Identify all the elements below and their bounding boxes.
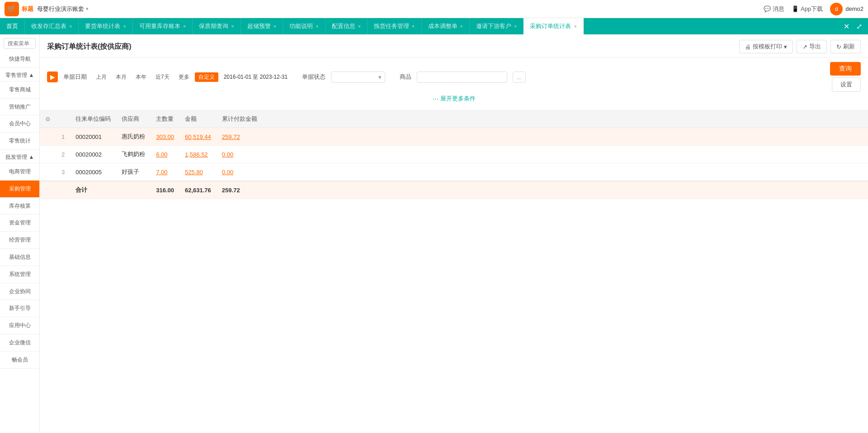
close-icon[interactable]: × — [358, 24, 361, 29]
th-settings[interactable]: ⚙ — [40, 110, 56, 128]
footer-empty2 — [56, 181, 70, 199]
sidebar-item-retail[interactable]: 零售管理 ▲ — [0, 68, 39, 81]
close-icon[interactable]: × — [231, 24, 234, 29]
sidebar-item-finance[interactable]: 资金管理 — [0, 214, 39, 232]
refresh-button[interactable]: ↻ 刷新 — [830, 40, 861, 53]
export-button[interactable]: ↗ 导出 — [797, 40, 827, 53]
amount-link[interactable]: 525.80 — [185, 169, 203, 176]
tab-baozhiqi[interactable]: 保质期查询 × — [193, 18, 241, 34]
page-title: 采购订单统计表(按供应商) — [47, 42, 132, 52]
tab-yaoqing[interactable]: 邀请下游客户 × — [470, 18, 524, 34]
qty-link[interactable]: 303.00 — [156, 133, 174, 140]
settings-button[interactable]: 设置 — [832, 77, 861, 92]
date-shortcut-thismonth[interactable]: 本月 — [112, 72, 130, 82]
tab-yaohuo[interactable]: 要货单统计表 × — [79, 18, 132, 34]
sidebar-item-membership[interactable]: 会员中心 — [0, 115, 39, 133]
sidebar-item-system[interactable]: 系统管理 — [0, 266, 39, 283]
expand-tab-btn[interactable]: ⤢ — [854, 21, 864, 32]
sidebar-item-wechat[interactable]: 企业微信 — [0, 334, 39, 352]
date-shortcut-7days[interactable]: 近7天 — [152, 72, 173, 82]
search-input[interactable] — [4, 38, 36, 49]
top-bar: 🛒 标题 母婴行业演示账套 ▾ 💬 消息 📱 App下载 d demo2 — [0, 0, 868, 18]
td-code: 00020001 — [70, 128, 116, 146]
footer-qty: 316.00 — [151, 181, 179, 199]
tab-caigou[interactable]: 采购订单统计表 × — [524, 18, 583, 34]
sidebar-item-basic[interactable]: 基础信息 — [0, 249, 39, 266]
sidebar-item-newguide[interactable]: 新手引导 — [0, 300, 39, 317]
tab-tuohuo[interactable]: 拣货任务管理 × — [368, 18, 421, 34]
close-icon[interactable]: × — [574, 24, 576, 29]
export-icon: ↗ — [802, 43, 807, 50]
sidebar-item-appstore[interactable]: 应用中心 — [0, 317, 39, 334]
export-label: 导出 — [809, 43, 821, 51]
query-button[interactable]: 查询 — [830, 62, 861, 76]
td-num: 3 — [56, 163, 70, 181]
status-label: 单据状态 — [302, 73, 326, 81]
workspace-selector[interactable]: 母婴行业演示账套 ▾ — [37, 5, 89, 13]
sidebar-item-retail-shop[interactable]: 零售商城 — [0, 81, 39, 99]
sidebar-item-wholesale[interactable]: 批发管理 ▲ — [0, 150, 39, 163]
close-icon[interactable]: × — [316, 24, 318, 29]
paid-link[interactable]: 0.00 — [222, 151, 233, 158]
goods-ellipsis-btn[interactable]: ... — [513, 71, 526, 83]
td-num: 2 — [56, 146, 70, 163]
sidebar-item-marketing[interactable]: 营销推广 — [0, 99, 39, 116]
footer-paid: 259.72 — [217, 181, 263, 199]
date-custom-badge[interactable]: 自定义 — [195, 72, 218, 82]
status-select[interactable] — [331, 71, 385, 83]
close-icon[interactable]: × — [69, 24, 72, 29]
date-shortcut-lastmonth[interactable]: 上月 — [92, 72, 110, 82]
paid-link[interactable]: 259.72 — [222, 133, 240, 140]
filter-toggle-button[interactable]: ▶ — [47, 71, 58, 82]
expand-conditions-button[interactable]: ⋯ 展开更多条件 — [433, 95, 476, 103]
tab-home[interactable]: 首页 — [0, 18, 25, 34]
table-row: 2 00020002 飞鹤奶粉 6.00 1,586.52 0.00 — [40, 146, 868, 163]
tab-gongneng[interactable]: 功能说明 × — [283, 18, 325, 34]
goods-input[interactable] — [417, 71, 507, 83]
close-icon[interactable]: × — [183, 24, 186, 29]
tab-chaochuyujing[interactable]: 超储预警 × — [241, 18, 283, 34]
close-icon[interactable]: × — [274, 24, 276, 29]
tab-keyong[interactable]: 可用量库存账本 × — [133, 18, 193, 34]
close-tab-btn[interactable]: ✕ — [841, 21, 852, 32]
td-paid: 259.72 — [217, 128, 263, 146]
sidebar-item-operation[interactable]: 经营管理 — [0, 232, 39, 249]
date-shortcut-more[interactable]: 更多 — [175, 72, 193, 82]
sidebar-item-inventory[interactable]: 库存核算 — [0, 198, 39, 215]
amount-link[interactable]: 60,519.44 — [185, 133, 211, 140]
message-button[interactable]: 💬 消息 — [764, 5, 784, 13]
date-shortcuts: 上月 本月 本年 近7天 更多 自定义 — [92, 72, 218, 82]
qty-link[interactable]: 7.00 — [156, 169, 167, 176]
table-row: 3 00020005 好孩子 7.00 525.80 0.00 — [40, 163, 868, 181]
footer-supplier-empty — [116, 181, 151, 199]
app-download-button[interactable]: 📱 App下载 — [792, 5, 823, 13]
close-icon[interactable]: × — [460, 24, 463, 29]
tab-chengben[interactable]: 成本调整单 × — [422, 18, 470, 34]
expand-icon: ⋯ — [433, 95, 439, 102]
td-extra — [263, 146, 868, 163]
filter-actions: 查询 设置 — [830, 62, 861, 92]
paid-link[interactable]: 0.00 — [222, 169, 233, 176]
sidebar-item-quicknav[interactable]: 快捷导航 — [0, 51, 39, 68]
sidebar-item-member[interactable]: 畅会员 — [0, 352, 39, 369]
user-area[interactable]: d demo2 — [830, 3, 863, 15]
close-icon[interactable]: × — [412, 24, 415, 29]
td-extra — [263, 163, 868, 181]
tab-peizhi[interactable]: 配置信息 × — [326, 18, 368, 34]
tab-shoufa[interactable]: 收发存汇总表 × — [25, 18, 79, 34]
column-settings-icon[interactable]: ⚙ — [45, 116, 51, 123]
sidebar-item-purchase[interactable]: 采购管理 — [0, 181, 39, 198]
sidebar-item-enterprise[interactable]: 企业协同 — [0, 283, 39, 300]
td-paid: 0.00 — [217, 163, 263, 181]
print-button[interactable]: 🖨 按模板打印 ▾ — [739, 40, 793, 53]
th-qty: 主数量 — [151, 110, 179, 128]
close-icon[interactable]: × — [123, 24, 126, 29]
amount-link[interactable]: 1,586.52 — [185, 151, 208, 158]
sidebar-item-ecommerce[interactable]: 电商管理 — [0, 163, 39, 181]
close-icon[interactable]: × — [514, 24, 517, 29]
app-label: App下载 — [801, 5, 823, 13]
qty-link[interactable]: 6.00 — [156, 151, 167, 158]
td-code: 00020002 — [70, 146, 116, 163]
date-shortcut-thisyear[interactable]: 本年 — [132, 72, 150, 82]
sidebar-item-retail-stats[interactable]: 零售统计 — [0, 133, 39, 150]
